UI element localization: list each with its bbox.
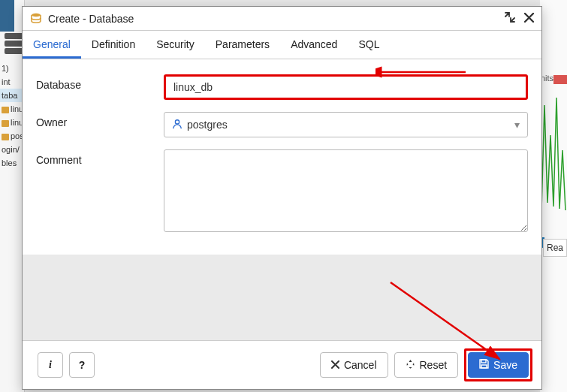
svg-rect-5 bbox=[481, 360, 486, 363]
svg-point-3 bbox=[32, 13, 41, 16]
close-icon[interactable] bbox=[524, 13, 534, 25]
user-icon bbox=[172, 119, 182, 131]
tab-general[interactable]: General bbox=[23, 31, 81, 59]
sidebar-row: taba bbox=[0, 89, 24, 102]
sidebar-row: linu bbox=[0, 116, 24, 129]
svg-rect-6 bbox=[481, 365, 487, 368]
chevron-down-icon: ▾ bbox=[514, 119, 520, 131]
dialog-title: Create - Database bbox=[48, 13, 134, 25]
sidebar-row: ogin/ bbox=[0, 143, 24, 156]
maximize-icon[interactable] bbox=[505, 12, 515, 25]
cancel-button[interactable]: Cancel bbox=[320, 352, 388, 378]
app-right-panel-partial: nits Rea bbox=[540, 0, 567, 392]
reset-button[interactable]: Reset bbox=[394, 352, 459, 378]
dialog-body: Database Owner postgres ▾ bbox=[23, 59, 541, 340]
comment-textarea[interactable] bbox=[164, 149, 528, 232]
help-button[interactable]: ? bbox=[69, 352, 95, 378]
close-icon bbox=[331, 359, 339, 371]
save-button[interactable]: Save bbox=[468, 352, 529, 378]
tab-definition[interactable]: Definition bbox=[81, 31, 146, 59]
dialog-footer: i ? Cancel Reset Save bbox=[23, 340, 541, 389]
owner-label: Owner bbox=[36, 112, 164, 128]
tab-sql[interactable]: SQL bbox=[348, 31, 390, 59]
cancel-label: Cancel bbox=[344, 359, 377, 371]
database-icon bbox=[30, 13, 42, 25]
owner-select[interactable]: postgres ▾ bbox=[164, 112, 528, 137]
dialog-tabs: General Definition Security Parameters A… bbox=[23, 31, 541, 59]
tab-parameters[interactable]: Parameters bbox=[205, 31, 280, 59]
sidebar-row: bles bbox=[0, 156, 24, 170]
create-database-dialog: Create - Database General Definition Sec… bbox=[22, 6, 542, 390]
sidebar-row: int bbox=[0, 75, 24, 89]
save-label: Save bbox=[493, 359, 517, 371]
recycle-icon bbox=[406, 359, 415, 371]
tab-security[interactable]: Security bbox=[146, 31, 205, 59]
sidebar-row: pos bbox=[0, 129, 24, 143]
save-disk-icon bbox=[479, 359, 489, 371]
dialog-titlebar: Create - Database bbox=[23, 7, 541, 31]
database-input[interactable] bbox=[164, 74, 528, 100]
owner-value: postgres bbox=[187, 119, 228, 131]
chart-units-label: nits bbox=[541, 74, 553, 83]
sidebar-row: linu bbox=[0, 102, 24, 116]
info-button[interactable]: i bbox=[38, 352, 63, 378]
sidebar-row: 1) bbox=[0, 62, 24, 75]
chart-red-indicator bbox=[553, 75, 567, 84]
legend-label: Rea bbox=[543, 239, 567, 257]
chart-sliver bbox=[541, 90, 567, 218]
save-highlight-annotation: Save bbox=[464, 348, 532, 381]
reset-label: Reset bbox=[420, 359, 448, 371]
svg-point-4 bbox=[175, 119, 179, 123]
comment-label: Comment bbox=[36, 149, 164, 166]
database-label: Database bbox=[36, 74, 164, 91]
tab-advanced[interactable]: Advanced bbox=[280, 31, 348, 59]
